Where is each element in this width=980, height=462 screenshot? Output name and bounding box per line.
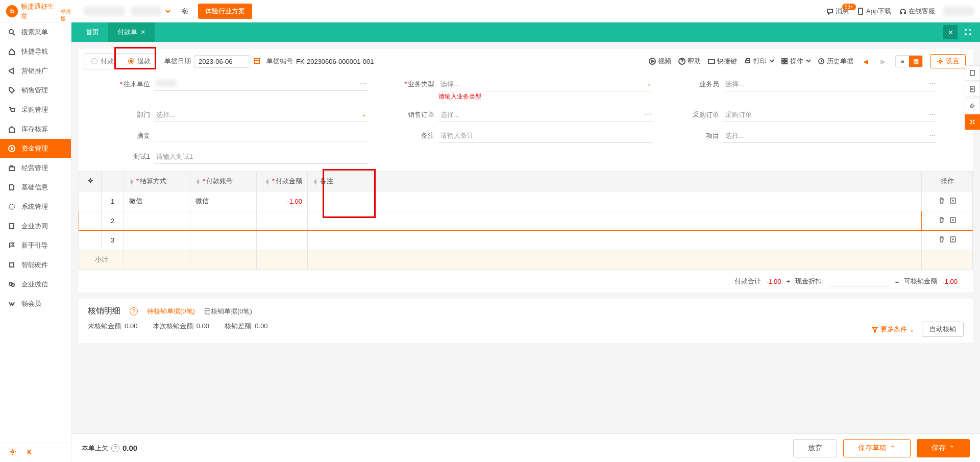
cell-remark[interactable] — [308, 231, 922, 250]
col-gear[interactable] — [79, 172, 102, 191]
bill-date-input[interactable]: 2023-06-06 — [194, 55, 250, 68]
save-button[interactable]: 保存⌃ — [917, 439, 970, 457]
next-bill-button[interactable]: ▶ — [878, 56, 888, 66]
test1-input[interactable]: 请输入测试1 — [154, 150, 368, 164]
help-icon[interactable]: ? — [111, 444, 119, 452]
cell-method[interactable] — [124, 231, 190, 250]
auto-writeoff-button[interactable]: 自动核销 — [922, 322, 964, 337]
close-icon[interactable]: ✕ — [140, 29, 145, 36]
sidebar-item-search[interactable]: 搜索菜单 — [0, 22, 71, 42]
sidebar-item-basicinfo[interactable]: 基础信息 — [0, 178, 71, 197]
tab-home[interactable]: 首页 — [77, 22, 108, 42]
row-delete-button[interactable] — [938, 237, 945, 245]
cell-account[interactable]: 微信 — [190, 191, 257, 211]
row-delete-button[interactable] — [938, 198, 945, 206]
operate-button[interactable]: 操作 — [781, 57, 811, 66]
rail-attach-button[interactable] — [965, 98, 980, 113]
project-input[interactable]: 选择...⋯ — [723, 129, 937, 143]
more-conditions-button[interactable]: 更多条件⌄ — [871, 325, 915, 334]
summary-input[interactable] — [154, 129, 368, 141]
col-amount[interactable]: ▲▼*付款金额 — [257, 172, 308, 191]
sidebar-item-guide[interactable]: 新手引导 — [0, 236, 71, 255]
col-remark[interactable]: ▲▼备注 — [308, 172, 922, 191]
prev-bill-button[interactable]: ◀ — [861, 56, 871, 66]
tab-payment[interactable]: 付款单✕ — [108, 22, 155, 42]
sidebar-item-sales[interactable]: 销售管理 — [0, 81, 71, 100]
remark-input[interactable]: 请输入备注 — [438, 129, 652, 143]
cell-method[interactable]: 微信 — [124, 191, 190, 211]
messages-button[interactable]: 消息 99+ — [826, 7, 849, 16]
sidebar-item-system[interactable]: 系统管理 — [0, 197, 71, 216]
table-row[interactable]: 1 微信 微信 -1.00 — [79, 191, 973, 211]
sale-order-input[interactable]: 选择...⋯ — [438, 108, 652, 122]
app-download-button[interactable]: App下载 — [857, 7, 891, 16]
svg-rect-1 — [859, 8, 863, 14]
tabs-close-all-button[interactable]: ✕ — [943, 25, 958, 39]
table-row[interactable]: 3 — [79, 231, 973, 250]
help-button[interactable]: 帮助 — [678, 57, 701, 66]
writeoff-tab-done[interactable]: 已核销单据(0笔) — [204, 307, 252, 316]
sidebar-item-business[interactable]: 经营管理 — [0, 158, 71, 178]
cell-remark[interactable] — [308, 191, 922, 211]
cell-remark[interactable] — [308, 211, 922, 231]
help-icon[interactable]: ? — [130, 307, 138, 315]
cell-account[interactable] — [190, 211, 257, 231]
org-dropdown[interactable] — [131, 7, 172, 16]
sidebar-item-marketing[interactable]: 营销推广 — [0, 61, 71, 81]
radio-pay[interactable]: 付款 — [84, 54, 121, 69]
sidebar-collapse-button[interactable] — [27, 448, 34, 457]
sidebar-item-vip[interactable]: 畅会员 — [0, 294, 71, 313]
row-add-button[interactable] — [949, 217, 957, 225]
row-add-button[interactable] — [949, 198, 957, 206]
sidebar-item-quicknav[interactable]: 快捷导航 — [0, 42, 71, 61]
rail-draft-button[interactable] — [965, 65, 980, 81]
operator-input[interactable]: 选择...⋯ — [723, 78, 937, 91]
sidebar-item-collab[interactable]: 企业协同 — [0, 216, 71, 236]
sidebar-settings-button[interactable] — [9, 448, 16, 457]
table-row[interactable]: 2 — [79, 211, 973, 231]
radio-dot-icon — [91, 58, 97, 64]
rail-note-button[interactable] — [965, 82, 980, 97]
tabs-fullscreen-button[interactable] — [961, 25, 975, 39]
radio-refund[interactable]: 退款 — [121, 54, 158, 69]
row-index: 1 — [102, 191, 124, 211]
biztype-input[interactable]: 选择...⌄ — [438, 78, 652, 91]
cash-discount-label: 现金折扣: — [795, 277, 824, 286]
sidebar-item-inventory[interactable]: 库存核算 — [0, 119, 71, 139]
video-button[interactable]: 视频 — [649, 57, 671, 66]
calendar-icon[interactable] — [253, 57, 260, 66]
purchase-order-input[interactable]: 采购订单⋯ — [723, 108, 937, 122]
col-account[interactable]: ▲▼*付款账号 — [190, 172, 257, 191]
online-service-button[interactable]: 在线客服 — [899, 7, 935, 16]
cell-amount[interactable] — [257, 231, 308, 250]
sidebar-item-purchase[interactable]: 采购管理 — [0, 100, 71, 119]
save-draft-button[interactable]: 保存草稿⌃ — [843, 439, 911, 457]
row-delete-button[interactable] — [938, 217, 945, 225]
view-list-button[interactable]: ≡ — [896, 56, 909, 67]
settings-button[interactable]: 设置 — [930, 54, 966, 68]
discard-button[interactable]: 放弃 — [793, 439, 837, 457]
trial-button[interactable]: 体验行业方案 — [198, 4, 252, 19]
stat-this: 本次核销金额: 0.00 — [153, 322, 210, 337]
print-button[interactable]: 打印 — [744, 57, 774, 66]
rail-expand-button[interactable] — [965, 114, 980, 130]
sidebar-item-finance[interactable]: 资金管理 — [0, 139, 71, 158]
writeoff-tab-pending[interactable]: 待核销单据(0笔) — [147, 307, 195, 316]
col-method[interactable]: ▲▼*结算方式 — [124, 172, 190, 191]
dept-input[interactable]: 选择...⌄ — [154, 108, 368, 122]
history-button[interactable]: 历史单据 — [818, 57, 853, 66]
row-add-button[interactable] — [949, 237, 957, 245]
cell-method[interactable] — [124, 211, 190, 231]
bill-no-label: 单据编号 — [266, 57, 293, 66]
settings-gear-button[interactable] — [178, 4, 192, 18]
user-avatar-blurred[interactable] — [943, 7, 974, 16]
sidebar-item-hardware[interactable]: 智能硬件 — [0, 255, 71, 275]
cell-amount[interactable] — [257, 211, 308, 231]
sidebar-item-wechat[interactable]: 企业微信 — [0, 275, 71, 294]
cell-account[interactable] — [190, 231, 257, 250]
supplier-input[interactable]: ⋯ — [154, 78, 368, 91]
cash-discount-input[interactable] — [829, 276, 890, 286]
shortcut-button[interactable]: 快捷键 — [708, 57, 737, 66]
view-form-button[interactable]: ▦ — [909, 56, 922, 67]
cell-amount[interactable]: -1.00 — [257, 191, 308, 211]
